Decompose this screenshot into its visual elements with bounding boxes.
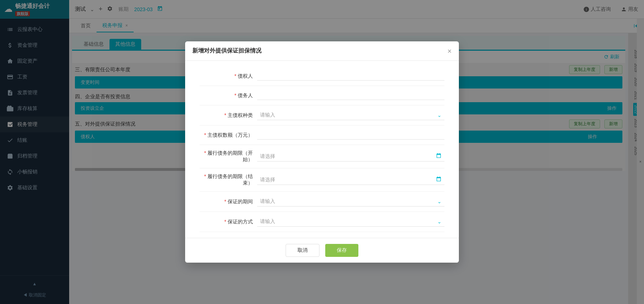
modal-header: 新增对外提供保证担保情况 × xyxy=(185,41,459,61)
form-row-guarantee-method: * 保证的方式 请输入 ⌄ xyxy=(200,212,444,232)
modal-title: 新增对外提供保证担保情况 xyxy=(192,47,261,55)
form-row-period-end: * 履行债务的期限（结束） 请选择 xyxy=(200,168,444,192)
date-start-icon xyxy=(436,153,442,160)
label-period-start: * 履行债务的期限（开始） xyxy=(200,150,257,163)
label-guarantee-period: * 保证的期间 xyxy=(200,199,257,205)
select-guarantee-period[interactable]: 请输入 ⌄ xyxy=(257,197,444,207)
guarantee-period-chevron-icon: ⌄ xyxy=(437,199,442,204)
label-claim-type: * 主债权种类 xyxy=(200,112,257,119)
guarantee-method-chevron-icon: ⌄ xyxy=(437,219,442,224)
form-row-period-start: * 履行债务的期限（开始） 请选择 xyxy=(200,145,444,168)
form-row-guarantee-period: * 保证的期间 请输入 ⌄ xyxy=(200,192,444,212)
label-debtor: * 债务人 xyxy=(200,92,257,99)
label-claim-amount: * 主债权数额（万元） xyxy=(200,132,257,139)
label-guarantee-method: * 保证的方式 xyxy=(200,219,257,225)
modal-overlay: 新增对外提供保证担保情况 × * 债权人 * 债务人 xyxy=(0,0,644,304)
date-period-end[interactable]: 请选择 xyxy=(257,175,444,185)
label-period-end: * 履行债务的期限（结束） xyxy=(200,173,257,186)
period-end-placeholder: 请选择 xyxy=(260,177,275,183)
date-end-icon xyxy=(436,176,442,183)
form-row-debtor: * 债务人 xyxy=(200,86,444,105)
modal-footer: 取消 保存 xyxy=(185,238,459,263)
input-creditor[interactable] xyxy=(257,72,444,81)
select-claim-type[interactable]: 请输入 ⌄ xyxy=(257,110,444,120)
guarantee-period-placeholder: 请输入 xyxy=(260,198,275,205)
guarantee-method-placeholder: 请输入 xyxy=(260,218,275,225)
modal-body: * 债权人 * 债务人 * 主债权种类 请输入 xyxy=(185,61,459,238)
claim-type-placeholder: 请输入 xyxy=(260,112,275,118)
input-debtor[interactable] xyxy=(257,91,444,100)
label-creditor: * 债权人 xyxy=(200,73,257,80)
modal-close-btn[interactable]: × xyxy=(447,47,452,55)
form-row-claim-amount: * 主债权数额（万元） xyxy=(200,126,444,145)
modal-dialog: 新增对外提供保证担保情况 × * 债权人 * 债务人 xyxy=(185,41,459,263)
cancel-button[interactable]: 取消 xyxy=(286,244,319,257)
form-row-creditor: * 债权人 xyxy=(200,67,444,86)
claim-type-chevron-icon: ⌄ xyxy=(437,112,442,118)
input-claim-amount[interactable] xyxy=(257,131,444,140)
period-start-placeholder: 请选择 xyxy=(260,153,275,160)
form-row-claim-type: * 主债权种类 请输入 ⌄ xyxy=(200,105,444,126)
date-period-start[interactable]: 请选择 xyxy=(257,151,444,162)
save-button[interactable]: 保存 xyxy=(325,244,358,257)
select-guarantee-method[interactable]: 请输入 ⌄ xyxy=(257,217,444,227)
